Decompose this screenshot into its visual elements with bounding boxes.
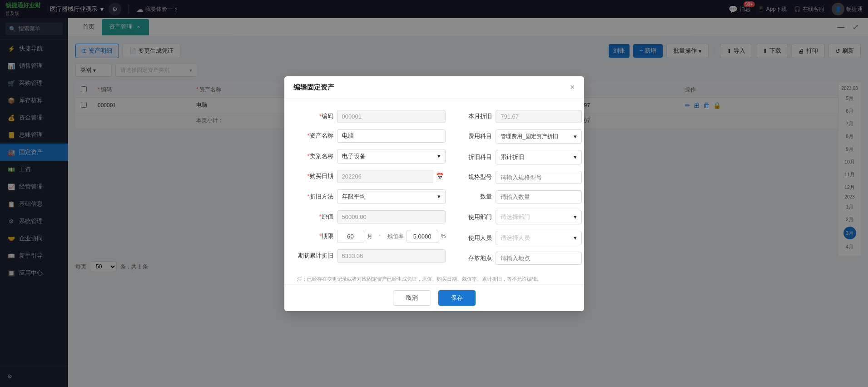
edit-modal: 编辑固定资产 × *编码 *资产名称 bbox=[284, 76, 584, 311]
dept-label: 使用部门 bbox=[460, 213, 492, 221]
code-label: *编码 bbox=[297, 112, 333, 120]
form-row-code: *编码 bbox=[297, 110, 446, 123]
name-input[interactable] bbox=[337, 129, 446, 143]
residual-rate-unit: % bbox=[441, 233, 446, 239]
save-button[interactable]: 保存 bbox=[438, 290, 476, 306]
form-row-period: *期限 月 * 残值率 % bbox=[297, 230, 446, 243]
init-acc-dep-input[interactable] bbox=[337, 249, 446, 263]
period-label: *期限 bbox=[297, 232, 333, 240]
category-select[interactable]: 电子设备 ▾ bbox=[337, 149, 446, 164]
chevron-down-icon: ▾ bbox=[437, 153, 441, 159]
name-label: *资产名称 bbox=[297, 132, 333, 140]
period-unit: 月 bbox=[367, 233, 372, 240]
original-value-input[interactable] bbox=[337, 210, 446, 223]
month-dep-input[interactable] bbox=[496, 110, 582, 123]
modal-header: 编辑固定资产 × bbox=[284, 76, 584, 99]
form-row-original-value: *原值 bbox=[297, 210, 446, 223]
form-row-month-dep: 本月折旧 bbox=[460, 110, 582, 123]
form-row-category: *类别名称 电子设备 ▾ bbox=[297, 149, 446, 164]
chevron-down-icon: ▾ bbox=[574, 154, 577, 160]
original-value-label: *原值 bbox=[297, 213, 333, 221]
purchase-date-label: *购买日期 bbox=[297, 172, 333, 180]
month-dep-label: 本月折旧 bbox=[460, 112, 492, 120]
chevron-down-icon: ▾ bbox=[437, 193, 441, 200]
form-row-dep-method: *折旧方法 年限平均 ▾ bbox=[297, 189, 446, 204]
init-acc-dep-label: 期初累计折旧 bbox=[297, 252, 333, 260]
form-row-expense-subject: 费用科目 管理费用_固定资产折旧 ▾ bbox=[460, 129, 582, 144]
form-row-name: *资产名称 bbox=[297, 129, 446, 143]
spec-model-label: 规格型号 bbox=[460, 173, 492, 181]
cancel-button[interactable]: 取消 bbox=[393, 290, 431, 306]
modal-footer: 取消 保存 bbox=[284, 284, 584, 311]
purchase-date-input[interactable] bbox=[337, 170, 434, 183]
expense-subject-label: 费用科目 bbox=[460, 132, 492, 140]
sep: * bbox=[379, 233, 381, 240]
modal-note: 注：已经存在变更记录或者对应固定资产已经生成凭证，原值、购买日期、残值率、累计折… bbox=[284, 272, 584, 284]
chevron-down-icon: ▾ bbox=[574, 234, 577, 241]
dep-method-select[interactable]: 年限平均 ▾ bbox=[337, 189, 446, 204]
chevron-down-icon: ▾ bbox=[574, 133, 577, 140]
expense-subject-select[interactable]: 管理费用_固定资产折旧 ▾ bbox=[496, 129, 582, 144]
form-row-spec-model: 规格型号 bbox=[460, 171, 582, 184]
dept-select[interactable]: 请选择部门 ▾ bbox=[496, 210, 582, 224]
form-row-init-acc-dep: 期初累计折旧 bbox=[297, 249, 446, 263]
dep-method-label: *折旧方法 bbox=[297, 193, 333, 201]
period-group: 月 * 残值率 % bbox=[337, 230, 446, 243]
calendar-icon[interactable]: 📅 bbox=[436, 173, 444, 180]
dep-subject-label: 折旧科目 bbox=[460, 153, 492, 161]
form-row-quantity: 数量 bbox=[460, 190, 582, 203]
form-row-dept: 使用部门 请选择部门 ▾ bbox=[460, 210, 582, 224]
residual-rate-input[interactable] bbox=[407, 230, 438, 243]
location-input[interactable] bbox=[496, 252, 582, 265]
quantity-input[interactable] bbox=[496, 190, 582, 203]
form-left: *编码 *资产名称 *类别名称 bbox=[297, 110, 446, 265]
quantity-label: 数量 bbox=[460, 193, 492, 201]
chevron-down-icon: ▾ bbox=[574, 213, 577, 220]
form-row-location: 存放地点 bbox=[460, 252, 582, 265]
modal-title: 编辑固定资产 bbox=[293, 83, 334, 92]
location-label: 存放地点 bbox=[460, 254, 492, 262]
period-input[interactable] bbox=[337, 230, 364, 243]
code-input[interactable] bbox=[337, 110, 446, 123]
form-row-user: 使用人员 请选择人员 ▾ bbox=[460, 231, 582, 245]
modal-body: *编码 *资产名称 *类别名称 bbox=[284, 99, 584, 272]
form-grid: *编码 *资产名称 *类别名称 bbox=[297, 110, 571, 265]
purchase-date-group: 📅 bbox=[337, 170, 446, 183]
modal-overlay: 编辑固定资产 × *编码 *资产名称 bbox=[0, 0, 868, 387]
residual-rate-label: 残值率 bbox=[387, 233, 404, 240]
spec-model-input[interactable] bbox=[496, 171, 582, 184]
form-row-purchase-date: *购买日期 📅 bbox=[297, 170, 446, 183]
form-row-dep-subject: 折旧科目 累计折旧 ▾ bbox=[460, 150, 582, 164]
modal-close-button[interactable]: × bbox=[570, 83, 575, 92]
user-select[interactable]: 请选择人员 ▾ bbox=[496, 231, 582, 245]
category-label: *类别名称 bbox=[297, 152, 333, 160]
dep-subject-select[interactable]: 累计折旧 ▾ bbox=[496, 150, 582, 164]
user-label: 使用人员 bbox=[460, 234, 492, 242]
form-right: 本月折旧 费用科目 管理费用_固定资产折旧 ▾ bbox=[460, 110, 582, 265]
